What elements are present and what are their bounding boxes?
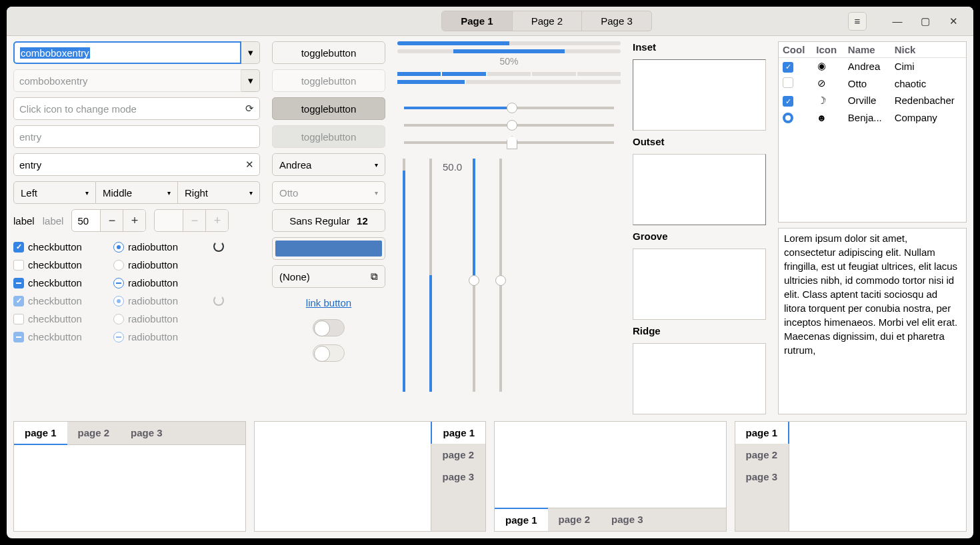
table-row[interactable]: ⊘Ottochaotic <box>779 75 966 92</box>
switch-2-disabled <box>313 344 345 362</box>
col-cool[interactable]: Cool <box>779 42 812 58</box>
seg-middle[interactable]: Middle▾ <box>96 181 178 204</box>
spin-minus[interactable]: − <box>100 210 123 231</box>
switch-1[interactable] <box>313 319 345 336</box>
togglebutton-4-disabled-pressed: togglebutton <box>272 125 385 148</box>
scale-v-3[interactable] <box>467 159 481 392</box>
linked-combo-buttons: Left▾ Middle▾ Right▾ <box>13 181 260 204</box>
frame-label-groove: Groove <box>633 231 766 243</box>
levelbar-2 <box>397 80 621 84</box>
close-button[interactable]: ✕ <box>944 12 963 31</box>
col-icon[interactable]: Icon <box>812 42 844 58</box>
nb3-tab-3[interactable]: page 3 <box>601 508 654 531</box>
nb4-tab-3[interactable]: page 3 <box>735 466 789 488</box>
scale-v-4-disabled <box>494 159 507 392</box>
radiobutton-3[interactable]: radiobutton <box>113 277 213 288</box>
textview-lorem[interactable]: Lorem ipsum dolor sit amet, consectetur … <box>778 228 967 414</box>
nb1-tab-2[interactable]: page 2 <box>67 422 121 444</box>
treeview[interactable]: Cool Icon Name Nick ✓◉AndreaCimi ⊘Ottoch… <box>778 41 967 223</box>
inputs-column: comboboxentry ▾ comboboxentry ▾ Click ic… <box>13 41 260 414</box>
col-nick[interactable]: Nick <box>891 42 966 58</box>
clear-icon[interactable]: ✕ <box>245 159 254 171</box>
frame-label-outset: Outset <box>633 136 766 149</box>
seg-right[interactable]: Right▾ <box>178 181 260 204</box>
progressbar-1 <box>397 41 621 45</box>
checkbutton-4-disabled: checkbutton <box>13 295 113 306</box>
minimize-button[interactable]: — <box>888 12 907 31</box>
color-swatch <box>275 241 382 257</box>
nb1-tab-3[interactable]: page 3 <box>120 422 173 444</box>
refresh-icon[interactable]: ⟳ <box>245 103 254 115</box>
spinbutton-disabled: − + <box>154 209 229 232</box>
color-button[interactable] <box>272 237 385 260</box>
nb4-tab-2[interactable]: page 2 <box>735 444 789 466</box>
nb3-tab-2[interactable]: page 2 <box>548 508 601 531</box>
spinbutton[interactable]: 50 − + <box>71 209 146 232</box>
scale-h-1[interactable] <box>397 101 621 115</box>
nb3-tab-1[interactable]: page 1 <box>495 508 548 531</box>
levelbar-1 <box>397 72 621 76</box>
nb4-tab-1[interactable]: page 1 <box>735 422 790 444</box>
comboboxentry-2-disabled: comboboxentry <box>13 69 241 92</box>
frame-inset <box>633 59 766 131</box>
entry-with-clear[interactable]: entry ✕ <box>13 153 260 176</box>
scale-h-3[interactable] <box>397 136 621 149</box>
nb2-tab-2[interactable]: page 2 <box>431 444 485 466</box>
scale-h-2-disabled <box>397 119 621 132</box>
progress-column: 50% 50.0 <box>397 41 621 414</box>
comboboxentry-1-arrow[interactable]: ▾ <box>241 41 260 64</box>
radiobutton-5-disabled: radiobutton <box>113 313 213 324</box>
table-row[interactable]: ☻Benja...Company <box>779 109 966 126</box>
table-row[interactable]: ✓☽OrvilleRedenbacher <box>779 92 966 109</box>
notebook-right: page 1 page 2 page 3 <box>254 421 487 532</box>
nb1-tab-1[interactable]: page 1 <box>14 422 67 445</box>
notebooks-row: page 1 page 2 page 3 page 1 page 2 page … <box>7 418 973 538</box>
label-disabled: label <box>43 215 64 227</box>
checkbutton-3[interactable]: checkbutton <box>13 277 113 288</box>
nb2-tab-3[interactable]: page 3 <box>431 466 485 488</box>
checkbutton-2[interactable]: checkbutton <box>13 259 113 271</box>
hamburger-menu-button[interactable]: ≡ <box>848 12 867 31</box>
frame-outset <box>633 154 766 225</box>
radiobutton-1[interactable]: radiobutton <box>113 241 213 253</box>
scale-v-1[interactable] <box>397 159 411 392</box>
frame-ridge <box>633 343 766 414</box>
comboboxentry-1[interactable]: comboboxentry <box>13 41 241 64</box>
header-stack-switcher: Page 1 Page 2 Page 3 <box>441 11 651 31</box>
main-window: Page 1 Page 2 Page 3 ≡ — ▢ ✕ comboboxent… <box>7 7 973 538</box>
buttons-column: togglebutton togglebutton togglebutton t… <box>272 41 385 414</box>
togglebutton-3-pressed[interactable]: togglebutton <box>272 97 385 120</box>
notebook-left: page 1 page 2 page 3 <box>735 421 967 532</box>
notebook-top: page 1 page 2 page 3 <box>13 421 246 532</box>
link-button[interactable]: link button <box>272 293 385 312</box>
frame-groove <box>633 249 766 320</box>
scale-v-2[interactable] <box>424 159 437 392</box>
checkbutton-6-disabled: checkbutton <box>13 331 113 342</box>
checkbutton-5-disabled: checkbutton <box>13 313 113 324</box>
radiobutton-2[interactable]: radiobutton <box>113 259 213 271</box>
entry-placeholder[interactable] <box>13 125 260 148</box>
frame-label-inset: Inset <box>633 41 766 54</box>
checkbutton-1[interactable]: checkbutton <box>13 241 113 253</box>
progress-percent-label: 50% <box>397 56 621 67</box>
table-row[interactable]: ✓◉AndreaCimi <box>779 58 966 75</box>
copy-icon: ⧉ <box>371 271 378 282</box>
header-tab-2[interactable]: Page 2 <box>513 11 583 31</box>
entry-with-icon[interactable]: Click icon to change mode ⟳ <box>13 97 260 120</box>
frame-label-ridge: Ridge <box>633 325 766 338</box>
nb2-tab-1[interactable]: page 1 <box>431 422 485 444</box>
font-button[interactable]: Sans Regular12 <box>272 209 385 232</box>
header-tab-3[interactable]: Page 3 <box>582 11 651 31</box>
col-name[interactable]: Name <box>844 42 891 58</box>
file-chooser-button[interactable]: (None)⧉ <box>272 265 385 288</box>
combobox-andrea[interactable]: Andrea▾ <box>272 153 385 176</box>
frames-column: Inset Outset Groove Ridge <box>633 41 766 414</box>
togglebutton-2-disabled: togglebutton <box>272 69 385 92</box>
header-tab-1[interactable]: Page 1 <box>442 11 512 31</box>
radiobutton-4-disabled: radiobutton <box>113 295 213 306</box>
seg-left[interactable]: Left▾ <box>13 181 96 204</box>
spinner-icon <box>213 241 224 252</box>
spin-plus[interactable]: + <box>123 210 145 231</box>
togglebutton-1[interactable]: togglebutton <box>272 41 385 64</box>
maximize-button[interactable]: ▢ <box>916 12 935 31</box>
